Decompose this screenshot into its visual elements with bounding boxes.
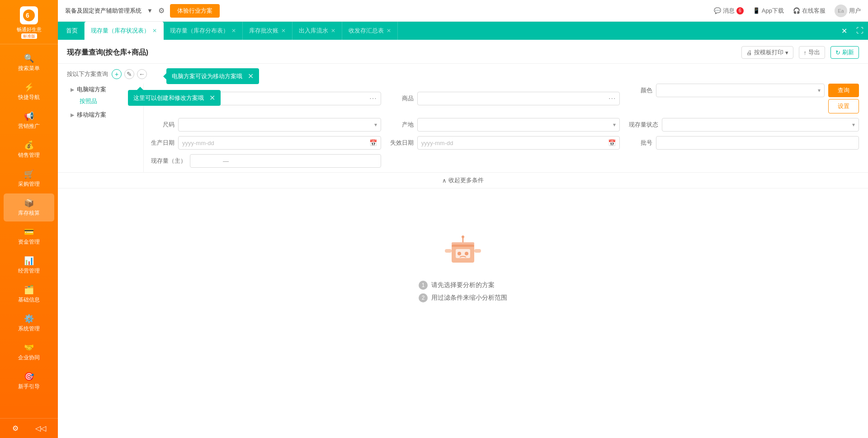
- filter-panel: 仓库 ··· 商品: [144, 84, 859, 172]
- tab-close-collect-summary[interactable]: ✕: [387, 28, 391, 34]
- arrow-scheme-btn[interactable]: ←: [137, 69, 147, 79]
- svg-rect-9: [445, 249, 452, 253]
- goods-input[interactable]: ···: [417, 92, 620, 105]
- edit-scheme-btn[interactable]: ✎: [124, 69, 134, 79]
- settings-bottom-btn[interactable]: ⚙: [12, 424, 19, 433]
- sidebar-item-purchase[interactable]: 🛒 采购管理: [4, 165, 54, 193]
- tab-close-inventory-dist[interactable]: ✕: [231, 28, 236, 34]
- experience-btn[interactable]: 体验行业方案: [170, 4, 220, 18]
- export-icon: ↑: [804, 49, 807, 56]
- page-actions: 🖨 按模板打印 ▾ ↑ 导出 ↻ 刷新: [741, 46, 859, 59]
- tab-inventory-dist[interactable]: 现存量（库存分布表） ✕: [164, 22, 243, 40]
- tab-home[interactable]: 首页: [60, 22, 85, 40]
- message-btn[interactable]: 💬 消息 6: [714, 7, 744, 15]
- tab-close-inventory-status[interactable]: ✕: [152, 28, 157, 34]
- range-dash-icon: —: [223, 158, 229, 165]
- color-label: 颜色: [629, 86, 652, 94]
- origin-select[interactable]: ▾: [417, 118, 620, 132]
- prod-date-start[interactable]: yyyy-mm-dd 📅: [178, 136, 381, 150]
- calendar-icon-prod: 📅: [369, 139, 377, 146]
- query-btn[interactable]: 查询: [828, 84, 859, 97]
- tab-close-inout-flow[interactable]: ✕: [331, 28, 335, 34]
- system-icon: ⚙️: [24, 314, 34, 324]
- reset-btn[interactable]: 设置: [828, 99, 859, 113]
- sidebar-item-base[interactable]: 🗂️ 基础信息: [4, 280, 54, 308]
- refresh-btn[interactable]: ↻ 刷新: [830, 46, 859, 59]
- filter-grid: 仓库 ··· 商品: [151, 84, 859, 172]
- message-icon: 💬: [714, 7, 721, 14]
- search-label: 按以下方案查询: [67, 70, 108, 78]
- prod-date-label: 生产日期: [151, 139, 175, 147]
- expire-date-label: 失效日期: [390, 139, 414, 147]
- stock-main-range[interactable]: —: [190, 154, 381, 168]
- tab-bar: 首页 现存量（库存状况表） ✕ 现存量（库存分布表） ✕ 库存批次账 ✕ 出入库…: [58, 22, 868, 40]
- collapse-sidebar-btn[interactable]: ◁◁: [35, 424, 46, 433]
- tab-close-all-btn[interactable]: ✕: [839, 27, 850, 35]
- svg-point-8: [462, 235, 464, 238]
- chevron-down-icon: ▾: [785, 49, 788, 56]
- filter-stock-main: 现存量（主） —: [151, 154, 381, 168]
- svg-point-6: [465, 252, 468, 255]
- finance-icon: 💳: [24, 227, 34, 237]
- filter-color-with-btns: 颜色 ▾ 查询 设置: [629, 84, 859, 113]
- sidebar: 6 畅通好生意 标准版 🔍 搜索菜单 ⚡ 快捷导航 📢 营销推广 💰 销售管理 …: [0, 0, 58, 438]
- sidebar-item-guide[interactable]: 🎯 新手引导: [4, 367, 54, 395]
- size-dropdown-icon: ▾: [374, 122, 377, 128]
- scheme-mobile-item[interactable]: ▶ 移动端方案: [67, 109, 140, 121]
- color-select[interactable]: ▾: [656, 84, 825, 97]
- goods-dots-btn[interactable]: ···: [609, 94, 616, 103]
- sidebar-item-finance[interactable]: 💳 资金管理: [4, 222, 54, 250]
- filter-batch-no: 批号: [629, 136, 859, 150]
- filter-goods: 商品 ···: [390, 84, 620, 113]
- stock-main-max[interactable]: [231, 158, 258, 165]
- tab-inout-flow[interactable]: 出入库流水 ✕: [292, 22, 342, 40]
- sidebar-item-enterprise[interactable]: 🤝 企业协同: [4, 338, 54, 366]
- export-btn[interactable]: ↑ 导出: [799, 46, 826, 59]
- sidebar-item-inventory[interactable]: 📦 库存核算: [4, 193, 54, 221]
- app-download-btn[interactable]: 📱 App下载: [753, 7, 784, 15]
- collapse-bar[interactable]: ∧ 收起更多条件: [58, 172, 868, 188]
- settings-gear-btn[interactable]: ⚙: [158, 6, 165, 15]
- stock-status-select[interactable]: ▾: [662, 118, 859, 132]
- header-left: 装备及固定资产辅助管理系统 ▼ ⚙ 体验行业方案: [65, 4, 220, 18]
- tab-inventory-status[interactable]: 现存量（库存状况表） ✕: [85, 22, 164, 40]
- print-btn[interactable]: 🖨 按模板打印 ▾: [741, 46, 793, 59]
- empty-step-2: 2 用过滤条件来缩小分析范围: [419, 293, 507, 302]
- tooltip-pc: 电脑方案可设为移动方案哦 ✕: [166, 68, 259, 84]
- marketing-icon: 📢: [24, 111, 34, 121]
- filter-stock-status: 现存量状态 ▾: [629, 118, 859, 132]
- sidebar-item-system[interactable]: ⚙️ 系统管理: [4, 309, 54, 337]
- tooltip-scheme: 这里可以创建和修改方案哦 ✕: [128, 90, 221, 106]
- tab-fullscreen-btn[interactable]: ⛶: [854, 27, 866, 35]
- tree-mobile-expand-icon: ▶: [71, 112, 74, 118]
- logo-icon: 6: [20, 6, 38, 24]
- warehouse-dots-btn[interactable]: ···: [369, 94, 377, 103]
- tab-collect-summary[interactable]: 收发存汇总表 ✕: [342, 22, 398, 40]
- add-scheme-btn[interactable]: +: [112, 69, 122, 79]
- expire-date-start[interactable]: yyyy-mm-dd 📅: [417, 136, 620, 150]
- online-support-btn[interactable]: 🎧 在线客服: [793, 7, 826, 15]
- step-1-num: 1: [419, 281, 428, 290]
- system-title: 装备及固定资产辅助管理系统: [65, 7, 142, 15]
- size-select[interactable]: ▾: [178, 118, 381, 132]
- filter-expire-date: 失效日期 yyyy-mm-dd 📅: [390, 136, 620, 150]
- message-badge: 6: [736, 7, 744, 14]
- tooltip-scheme-close[interactable]: ✕: [209, 94, 215, 102]
- sidebar-item-sales[interactable]: 💰 销售管理: [4, 136, 54, 164]
- enterprise-icon: 🤝: [24, 343, 34, 353]
- stock-main-min[interactable]: [194, 158, 221, 165]
- tab-close-batch-ledger[interactable]: ✕: [281, 28, 286, 34]
- system-select[interactable]: ▼: [147, 7, 153, 14]
- user-profile-btn[interactable]: Ea 用户: [835, 5, 861, 17]
- sidebar-item-nav[interactable]: ⚡ 快捷导航: [4, 78, 54, 106]
- batch-no-input[interactable]: [656, 136, 859, 150]
- sidebar-item-operations[interactable]: 📊 经营管理: [4, 251, 54, 279]
- headset-icon: 🎧: [793, 7, 800, 14]
- guide-icon: 🎯: [24, 372, 34, 381]
- printer-icon: 🖨: [746, 49, 752, 56]
- color-dropdown-icon: ▾: [818, 87, 821, 94]
- tooltip-pc-close[interactable]: ✕: [248, 72, 254, 80]
- sidebar-item-marketing[interactable]: 📢 营销推广: [4, 107, 54, 135]
- tab-batch-ledger[interactable]: 库存批次账 ✕: [243, 22, 292, 40]
- sidebar-item-search[interactable]: 🔍 搜索菜单: [4, 49, 54, 77]
